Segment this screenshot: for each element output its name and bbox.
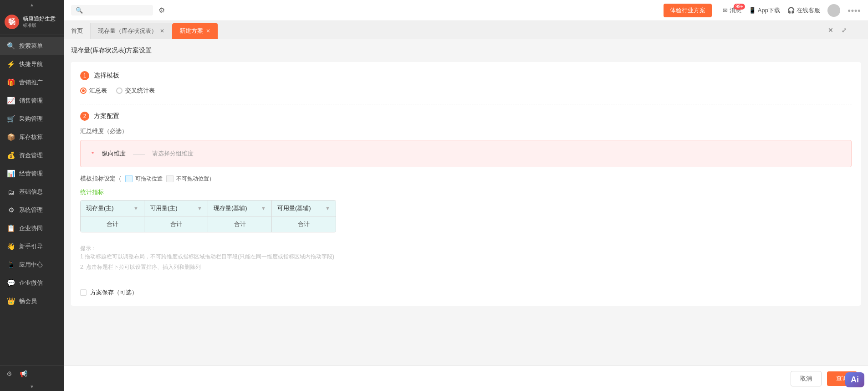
sales-icon: 📈 bbox=[6, 96, 15, 105]
sidebar-item-sales[interactable]: 📈 销售管理 bbox=[0, 92, 64, 110]
basic-info-icon: 🗂 bbox=[6, 187, 15, 196]
template-summary-label: 汇总表 bbox=[89, 87, 107, 95]
indicators-section: 统计指标 现存量(主) ▼ 合计 bbox=[80, 188, 852, 234]
save-option: 方案保存（可选） bbox=[80, 288, 852, 297]
sidebar-label-operations: 经营管理 bbox=[19, 170, 43, 178]
topbar-gear-icon[interactable]: ⚙ bbox=[158, 6, 165, 15]
tab-new-plan-close-icon[interactable]: ✕ bbox=[206, 28, 210, 34]
required-mark: * bbox=[92, 150, 94, 157]
service-icon: 🎧 bbox=[787, 7, 795, 14]
stats-col-3-label: 现存量(基辅) bbox=[214, 204, 247, 212]
sidebar-item-basic-info[interactable]: 🗂 基础信息 bbox=[0, 183, 64, 201]
member-icon: 👑 bbox=[6, 297, 15, 306]
fixed-legend-label: 不可拖动位置） bbox=[176, 175, 214, 183]
summary-dimension-area: 汇总维度（必选） * 纵向维度 —— 请选择分组维度 bbox=[80, 127, 852, 167]
sidebar-label-basic-info: 基础信息 bbox=[19, 188, 43, 196]
stats-body-cell-4: 合计 bbox=[272, 216, 336, 232]
sidebar-item-search[interactable]: 🔍 搜索菜单 bbox=[0, 37, 64, 55]
sidebar-item-inventory[interactable]: 📦 库存核算 bbox=[0, 128, 64, 146]
topbar-msg-btn[interactable]: ✉ 消息 99+ bbox=[723, 6, 741, 15]
section2-header: 2 方案配置 bbox=[80, 112, 852, 121]
topbar-search-input[interactable] bbox=[86, 7, 140, 14]
sidebar-item-marketing[interactable]: 🎁 营销推广 bbox=[0, 73, 64, 92]
stats-header-cell-3[interactable]: 现存量(基辅) ▼ bbox=[208, 201, 271, 216]
col-4-arrow-icon[interactable]: ▼ bbox=[325, 206, 330, 211]
template-crosstab-radio[interactable] bbox=[116, 87, 123, 94]
sidebar-scroll-up[interactable]: ▲ bbox=[0, 0, 64, 9]
template-options: 汇总表 交叉统计表 bbox=[80, 87, 852, 95]
ai-badge[interactable]: Ai bbox=[845, 372, 864, 387]
col-1-arrow-icon[interactable]: ▼ bbox=[133, 206, 138, 211]
content-area: 现存量(库存状况表)方案设置 1 选择模板 汇总表 交叉统计表 bbox=[64, 39, 868, 365]
sidebar-logo: 畅 畅康通好生意 标准版 bbox=[0, 9, 64, 35]
username-label: ●●●● bbox=[848, 7, 861, 14]
template-summary-radio[interactable] bbox=[80, 87, 87, 94]
stats-header-cell-2[interactable]: 可用量(主) ▼ bbox=[144, 201, 208, 216]
template-crosstab-label: 交叉统计表 bbox=[125, 87, 155, 95]
sidebar-label-purchase: 采购管理 bbox=[19, 115, 43, 123]
help-footer-icon[interactable]: 📢 bbox=[20, 370, 27, 377]
topbar-right: ✉ 消息 99+ 📱 App下载 🎧 在线客服 ●●●● bbox=[723, 4, 861, 17]
section-divider-1 bbox=[80, 104, 852, 104]
sidebar-item-operations[interactable]: 📊 经营管理 bbox=[0, 165, 64, 183]
sidebar-item-finance[interactable]: 💰 资金管理 bbox=[0, 146, 64, 165]
stats-header-cell-4[interactable]: 可用量(基辅) ▼ bbox=[272, 201, 336, 216]
stats-col-4: 可用量(基辅) ▼ 合计 bbox=[272, 201, 336, 232]
stats-col-2-label: 可用量(主) bbox=[150, 204, 178, 212]
sidebar-item-system[interactable]: ⚙ 系统管理 bbox=[0, 201, 64, 219]
marketing-icon: 🎁 bbox=[6, 78, 15, 87]
sidebar-item-app-center[interactable]: 📱 应用中心 bbox=[0, 256, 64, 274]
section1-num: 1 bbox=[80, 71, 89, 80]
tab-inventory-close-icon[interactable]: ✕ bbox=[160, 28, 164, 34]
section-divider-2 bbox=[80, 281, 852, 281]
stats-body-cell-2: 合计 bbox=[144, 216, 208, 232]
sidebar-item-member[interactable]: 👑 畅会员 bbox=[0, 292, 64, 310]
stats-body-cell-3: 合计 bbox=[208, 216, 271, 232]
tip-1: 1.拖动标题栏可以调整布局，不可跨维度或指标区域拖动栏目字段(只能在同一维度或指… bbox=[80, 252, 852, 261]
template-crosstab-option[interactable]: 交叉统计表 bbox=[116, 87, 155, 95]
service-label: 在线客服 bbox=[797, 6, 820, 15]
col-3-arrow-icon[interactable]: ▼ bbox=[261, 206, 266, 211]
topbar-search-icon: 🔍 bbox=[76, 7, 83, 14]
sidebar-item-purchase[interactable]: 🛒 采购管理 bbox=[0, 110, 64, 128]
sidebar-label-member: 畅会员 bbox=[19, 297, 37, 305]
section-config: 2 方案配置 汇总维度（必选） * 纵向维度 —— 请选择分组维度 bbox=[80, 112, 852, 272]
trial-btn[interactable]: 体验行业方案 bbox=[664, 4, 712, 17]
tab-new-plan[interactable]: 新建方案 ✕ bbox=[172, 23, 218, 39]
tabs-bar: 首页 现存量（库存状况表） ✕ 新建方案 ✕ ✕ ⤢ bbox=[64, 21, 868, 39]
section1-header: 1 选择模板 bbox=[80, 71, 852, 80]
topbar-search-box[interactable]: 🔍 bbox=[71, 5, 153, 15]
stats-body-cell-1: 合计 bbox=[81, 216, 144, 232]
sidebar-label-wechat: 企业微信 bbox=[19, 279, 43, 287]
template-summary-option[interactable]: 汇总表 bbox=[80, 87, 107, 95]
settings-footer-icon[interactable]: ⚙ bbox=[6, 370, 12, 377]
sidebar-item-newbie[interactable]: 👋 新手引导 bbox=[0, 237, 64, 256]
stats-col-1-label: 现存量(主) bbox=[86, 204, 114, 212]
stats-header-cell-1[interactable]: 现存量(主) ▼ bbox=[81, 201, 144, 216]
col-2-arrow-icon[interactable]: ▼ bbox=[197, 206, 202, 211]
app-center-icon: 📱 bbox=[6, 260, 15, 269]
save-checkbox[interactable] bbox=[80, 289, 87, 296]
sidebar-item-quick-nav[interactable]: ⚡ 快捷导航 bbox=[0, 55, 64, 73]
sidebar-item-wechat[interactable]: 💬 企业微信 bbox=[0, 274, 64, 292]
quick-nav-icon: ⚡ bbox=[6, 60, 15, 69]
cancel-button[interactable]: 取消 bbox=[791, 371, 822, 386]
tab-inventory[interactable]: 现存量（库存状况表） ✕ bbox=[91, 23, 172, 39]
sidebar-label-inventory: 库存核算 bbox=[19, 133, 43, 141]
section1-title: 选择模板 bbox=[94, 72, 119, 80]
wechat-icon: 💬 bbox=[6, 278, 15, 288]
sidebar-scroll-down[interactable]: ▼ bbox=[0, 382, 64, 391]
inventory-icon: 📦 bbox=[6, 133, 15, 142]
tab-home[interactable]: 首页 bbox=[64, 23, 91, 39]
tip-2: 2. 点击标题栏下拉可以设置排序、插入列和删除列 bbox=[80, 263, 852, 272]
topbar-app-btn[interactable]: 📱 App下载 bbox=[749, 6, 780, 15]
app-name: 畅康通好生意 bbox=[23, 15, 56, 23]
stats-table-header: 现存量(主) ▼ 合计 可用量(主) ▼ 合计 bbox=[81, 201, 336, 232]
tab-minimize-btn[interactable]: ✕ bbox=[825, 25, 836, 36]
page-title: 现存量(库存状况表)方案设置 bbox=[71, 46, 861, 55]
msg-badge: 99+ bbox=[734, 4, 745, 10]
sidebar-item-contract[interactable]: 📋 企业协同 bbox=[0, 219, 64, 237]
fixed-legend-box bbox=[166, 175, 174, 182]
topbar-service-btn[interactable]: 🎧 在线客服 bbox=[787, 6, 820, 15]
tab-expand-btn[interactable]: ⤢ bbox=[839, 25, 850, 36]
